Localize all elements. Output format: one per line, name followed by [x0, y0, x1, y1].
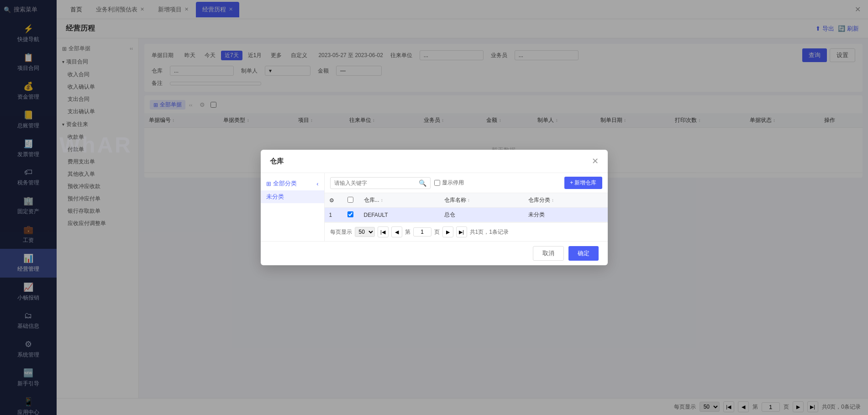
modal-next-page[interactable]: ▶	[442, 226, 453, 237]
modal-search-icon: 🔍	[419, 179, 426, 187]
modal-title: 仓库	[270, 157, 284, 166]
row-select-checkbox[interactable]	[347, 211, 353, 217]
modal-first-page[interactable]: |◀	[378, 226, 389, 237]
modal-pagination: 每页显示 50 |◀ ◀ 第 页 ▶ ▶| 共1页，1条记录	[325, 222, 608, 241]
modal-table-wrap: ⚙ 仓库... ↕ 仓库名称 ↕ 仓库分类 ↕ 1 DEFA	[325, 193, 608, 222]
row-index: 1	[325, 208, 343, 222]
modal-page-input[interactable]	[413, 227, 431, 236]
modal-total-label: 共1页，1条记录	[470, 228, 509, 236]
modal-warehouse-table: ⚙ 仓库... ↕ 仓库名称 ↕ 仓库分类 ↕ 1 DEFA	[325, 193, 608, 222]
row-name: 总仓	[440, 208, 524, 222]
col-settings-icon: ⚙	[325, 193, 343, 208]
modal-close-button[interactable]: ✕	[592, 156, 599, 166]
collapse-modal-icon[interactable]: ‹	[316, 180, 318, 187]
modal-body: ⊞ 全部分类 ‹ 未分类 🔍 显示停用	[261, 173, 608, 241]
grid-icon-modal: ⊞	[266, 180, 271, 187]
show-disabled-text: 显示停用	[442, 179, 464, 187]
modal-table-row[interactable]: 1 DEFAULT 总仓 未分类	[325, 208, 608, 222]
all-categories-label: 全部分类	[273, 179, 297, 188]
modal-confirm-button[interactable]: 确定	[568, 246, 599, 261]
col-warehouse-category: 仓库分类 ↕	[524, 193, 608, 208]
modal-prev-page[interactable]: ◀	[391, 226, 402, 237]
modal-category-panel: ⊞ 全部分类 ‹ 未分类	[261, 173, 325, 241]
row-category: 未分类	[524, 208, 608, 222]
col-warehouse-code: 仓库... ↕	[359, 193, 440, 208]
modal-table-header: ⚙ 仓库... ↕ 仓库名称 ↕ 仓库分类 ↕	[325, 193, 608, 208]
modal-category-unclassified[interactable]: 未分类	[261, 190, 324, 203]
modal-page-label: 第	[405, 228, 410, 236]
col-warehouse-name: 仓库名称 ↕	[440, 193, 524, 208]
col-checkbox	[343, 193, 359, 208]
modal-cancel-button[interactable]: 取消	[533, 246, 564, 261]
modal-page-suffix: 页	[434, 228, 440, 236]
show-disabled-label[interactable]: 显示停用	[434, 179, 464, 187]
add-warehouse-button[interactable]: + 新增仓库	[564, 177, 602, 189]
modal-footer: 取消 确定	[261, 241, 608, 265]
modal-right-panel: 🔍 显示停用 + 新增仓库 ⚙	[325, 173, 608, 241]
row-checkbox-cell	[343, 208, 359, 222]
watermark: WhAR	[59, 132, 132, 158]
warehouse-modal: 仓库 ✕ ⊞ 全部分类 ‹ 未分类 🔍	[261, 150, 608, 265]
modal-search-input[interactable]	[334, 180, 417, 186]
modal-last-page[interactable]: ▶|	[456, 226, 467, 237]
modal-search-box[interactable]: 🔍	[330, 177, 431, 189]
modal-overlay: WhAR 仓库 ✕ ⊞ 全部分类 ‹ 未分类	[0, 0, 868, 415]
modal-all-categories[interactable]: ⊞ 全部分类 ‹	[261, 177, 324, 190]
modal-toolbar: 🔍 显示停用 + 新增仓库	[325, 173, 608, 193]
modal-select-all[interactable]	[347, 197, 353, 203]
modal-header: 仓库 ✕	[261, 150, 608, 173]
modal-per-page-select[interactable]: 50	[355, 227, 375, 237]
show-disabled-checkbox[interactable]	[434, 180, 440, 186]
modal-per-page-label: 每页显示	[330, 228, 352, 236]
row-code: DEFAULT	[359, 208, 440, 222]
